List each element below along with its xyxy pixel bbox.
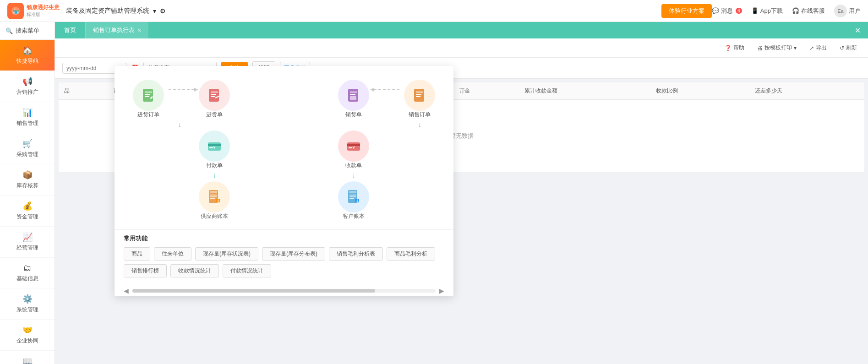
tab-bar-close-button[interactable]: ✕ <box>847 26 868 35</box>
tab-sales-order[interactable]: 销售订单执行表 × <box>86 22 148 38</box>
sidebar: 🔍 搜索菜单 🏠 快捷导航 📢 营销推广 📊 销售管理 🛒 采购管理 📦 库存核… <box>0 22 55 364</box>
flow-item-customer-account[interactable]: 本 客户账本 <box>338 181 369 220</box>
headset-icon: 🎧 <box>792 7 799 14</box>
flow-section: 进货订单 ▶ <box>115 66 453 229</box>
supplier-account-circle[interactable]: 本 <box>199 181 230 212</box>
online-service-button[interactable]: 🎧 在线客服 <box>792 7 825 15</box>
sales-order-circle[interactable] <box>404 80 435 111</box>
tab-home[interactable]: 首页 <box>55 22 86 38</box>
sidebar-operations-label: 经营管理 <box>16 244 38 252</box>
btn-sales-ranking[interactable]: 销售排行榜 <box>124 264 167 277</box>
scrollbar-thumb <box>132 289 375 293</box>
svg-rect-2 <box>143 89 153 102</box>
svg-text:🏪: 🏪 <box>12 7 19 14</box>
svg-text:本: 本 <box>217 199 220 202</box>
message-icon: 💬 <box>712 7 719 14</box>
flow-item-supplier-account[interactable]: 本 供应商账本 <box>199 181 230 220</box>
avatar-text: Ea <box>837 8 843 14</box>
user-avatar: Ea <box>834 5 847 17</box>
system-dropdown-icon[interactable]: ▾ <box>153 7 156 15</box>
flow-item-payment-out[interactable]: ¥ 付款单 <box>199 130 230 169</box>
logo-icon: 🏪 <box>7 3 24 19</box>
flow-item-payment-in[interactable]: ¥ 收款单 <box>338 130 369 169</box>
tab-home-label: 首页 <box>64 26 76 34</box>
content-area: 首页 销售订单执行表 × ✕ ❓ 帮助 🖨 按模板打印 ▾ <box>55 22 868 364</box>
sidebar-item-marketing[interactable]: 📢 营销推广 <box>0 71 55 102</box>
flow-item-sales-order[interactable]: 销售订单 <box>404 80 435 119</box>
sidebar-item-inventory[interactable]: 📦 库存核算 <box>0 164 55 196</box>
btn-counterpart[interactable]: 往来单位 <box>154 247 191 261</box>
scrollbar-track[interactable] <box>132 289 436 293</box>
purchase-circle[interactable] <box>199 80 230 111</box>
modal-overlay: 进货订单 ▶ <box>55 38 868 364</box>
flow-row-1: 进货订单 ▶ <box>133 80 435 119</box>
trial-button[interactable]: 体验行业方案 <box>661 4 712 18</box>
logo-text: 畅康通好生意 标准版 <box>27 4 60 18</box>
main-layout: 🔍 搜索菜单 🏠 快捷导航 📢 营销推广 📊 销售管理 🛒 采购管理 📦 库存核… <box>0 22 868 364</box>
down-arrow-sales-icon: ↓ <box>418 120 421 128</box>
btn-stock-status[interactable]: 现存量(库存状况表) <box>195 247 258 261</box>
sidebar-sales-label: 销售管理 <box>16 120 38 127</box>
flow-item-purchase[interactable]: 进货单 <box>199 80 230 119</box>
sidebar-item-enterprise[interactable]: 🤝 企业协同 <box>0 320 55 351</box>
sidebar-purchase-label: 采购管理 <box>16 151 38 158</box>
search-icon: 🔍 <box>5 27 13 34</box>
btn-sales-margin[interactable]: 销售毛利分析表 <box>329 247 383 261</box>
sidebar-quick-nav-label: 快捷导航 <box>16 57 38 65</box>
btn-payment-stats[interactable]: 付款情况统计 <box>223 264 271 277</box>
finance-icon: 💰 <box>22 201 33 211</box>
svg-rect-34 <box>349 191 356 193</box>
sales-invoice-circle[interactable] <box>338 80 369 111</box>
btn-stock-dist[interactable]: 现存量(库存分布表) <box>262 247 325 261</box>
customer-account-circle[interactable]: 本 <box>338 181 369 212</box>
sales-invoice-label: 销货单 <box>345 111 362 119</box>
arrow-sales-order-to-sales-invoice: ◀ <box>369 89 404 90</box>
payment-out-circle[interactable]: ¥ <box>199 130 230 162</box>
header-right: 💬 消息 6 📱 App下载 🎧 在线客服 Ea 用户 <box>712 5 861 17</box>
purchase-order-circle[interactable] <box>133 80 164 111</box>
sidebar-system-label: 系统管理 <box>16 306 38 314</box>
btn-product-margin[interactable]: 商品毛利分析 <box>387 247 435 261</box>
settings-icon[interactable]: ⚙ <box>160 7 166 15</box>
down-arrow-payment-in-icon: ↓ <box>352 171 355 179</box>
search-menu-button[interactable]: 🔍 搜索菜单 <box>0 22 55 40</box>
sidebar-item-basic-info[interactable]: 🗂 基础信息 <box>0 258 55 288</box>
flow-item-purchase-order[interactable]: 进货订单 <box>133 80 164 119</box>
svg-text:本: 本 <box>356 199 359 202</box>
payment-in-circle[interactable]: ¥ <box>338 130 369 162</box>
sidebar-item-sales[interactable]: 📊 销售管理 <box>0 102 55 133</box>
inventory-icon: 📦 <box>22 170 33 180</box>
scroll-right-button[interactable]: ▶ <box>439 287 444 294</box>
flow-row-4-arrows: ↓ ↓ <box>133 169 435 181</box>
sidebar-item-purchase[interactable]: 🛒 采购管理 <box>0 133 55 164</box>
user-menu[interactable]: Ea 用户 <box>834 5 861 17</box>
flow-item-sales-invoice[interactable]: 销货单 <box>338 80 369 119</box>
modal-scrollbar: ◀ ▶ <box>115 285 453 296</box>
online-service-label: 在线客服 <box>801 7 825 15</box>
svg-rect-13 <box>350 96 356 100</box>
spacer-r4-mid <box>230 169 338 181</box>
sales-order-label: 销售订单 <box>409 111 431 119</box>
btn-receipt-stats[interactable]: 收款情况统计 <box>170 264 219 277</box>
sidebar-item-operations[interactable]: 📈 经营管理 <box>0 227 55 258</box>
scroll-left-button[interactable]: ◀ <box>124 287 129 294</box>
spacer-r4-r <box>369 169 435 181</box>
flow-row-5: 本 供应商账本 本 客户账本 <box>133 181 435 220</box>
purchase-icon: 🛒 <box>22 139 33 149</box>
sidebar-item-system[interactable]: ⚙️ 系统管理 <box>0 288 55 320</box>
svg-text:¥: ¥ <box>213 145 216 150</box>
app-download-button[interactable]: 📱 App下载 <box>751 7 783 15</box>
tab-close-icon[interactable]: × <box>137 27 141 34</box>
page-content: ❓ 帮助 🖨 按模板打印 ▾ ↗ 导出 ↺ 刷新 <box>55 38 868 364</box>
btn-product[interactable]: 商品 <box>124 247 150 261</box>
sidebar-item-guide[interactable]: 📖 新手引导 <box>0 351 55 364</box>
arrow-purchase-order-to-purchase: ▶ <box>164 89 199 90</box>
spacer-r4-l <box>133 169 199 181</box>
message-button[interactable]: 💬 消息 6 <box>712 7 742 15</box>
svg-text:¥: ¥ <box>352 145 355 150</box>
sidebar-basic-info-label: 基础信息 <box>16 275 38 283</box>
common-buttons-row-1: 商品 往来单位 现存量(库存状况表) 现存量(库存分布表) 销售毛利分析表 商品… <box>124 247 444 261</box>
system-icon: ⚙️ <box>22 294 33 304</box>
sidebar-item-quick-nav[interactable]: 🏠 快捷导航 <box>0 40 55 71</box>
sidebar-item-finance[interactable]: 💰 资金管理 <box>0 196 55 227</box>
